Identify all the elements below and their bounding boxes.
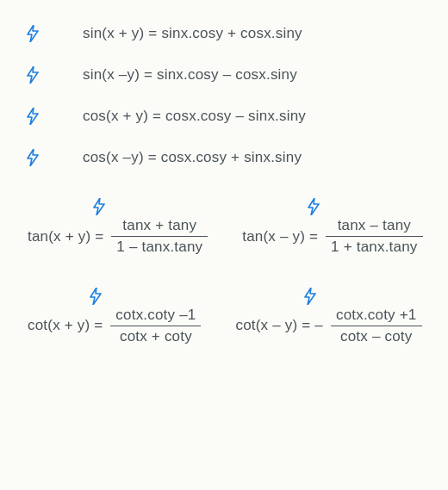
formula: sin(x + y) = sinx.cosy + cosx.siny bbox=[83, 25, 302, 42]
formula-row: sin(x –y) = sinx.cosy – cosx.siny bbox=[0, 57, 448, 93]
formula: tan(x + y) = tanx + tany1 – tanx.tany bbox=[28, 215, 211, 258]
fraction-numerator: cotx.coty +1 bbox=[331, 305, 422, 326]
formula-row: tan(x + y) = tanx + tany1 – tanx.tany bbox=[3, 198, 211, 258]
lightning-icon bbox=[87, 288, 104, 305]
formula-row: cos(x + y) = cosx.cosy – sinx.siny bbox=[0, 98, 448, 134]
formula: sin(x –y) = sinx.cosy – cosx.siny bbox=[83, 66, 297, 84]
formula-row: cos(x –y) = cosx.cosy + sinx.siny bbox=[0, 140, 448, 176]
fraction-denominator: 1 – tanx.tany bbox=[111, 237, 208, 257]
lightning-icon bbox=[24, 25, 41, 42]
fraction: cotx.coty –1cotx + coty bbox=[110, 305, 201, 348]
fraction: tanx – tany1 + tanx.tany bbox=[326, 215, 422, 258]
formula-lhs: cot(x + y) = bbox=[28, 317, 107, 334]
formula: cot(x – y) = – cotx.coty +1cotx – coty bbox=[235, 305, 425, 348]
formula-list: sin(x + y) = sinx.cosy + cosx.sinysin(x … bbox=[0, 0, 448, 379]
formula-lhs: tan(x + y) = bbox=[28, 228, 108, 245]
fraction-denominator: 1 + tanx.tany bbox=[326, 237, 422, 257]
lightning-icon bbox=[305, 198, 322, 215]
lightning-icon bbox=[302, 288, 319, 305]
lightning-icon bbox=[90, 198, 108, 215]
fraction-numerator: tanx + tany bbox=[117, 215, 202, 236]
lightning-icon bbox=[24, 108, 41, 125]
fraction-denominator: cotx – coty bbox=[335, 326, 417, 347]
formula-row: cot(x + y) = cotx.coty –1cotx + coty bbox=[3, 288, 204, 348]
formula-row: sin(x + y) = sinx.cosy + cosx.siny bbox=[0, 16, 448, 52]
fraction-denominator: cotx + coty bbox=[115, 326, 197, 347]
lightning-icon bbox=[24, 66, 41, 84]
fraction-numerator: cotx.coty –1 bbox=[110, 305, 201, 326]
formula: cos(x + y) = cosx.cosy – sinx.siny bbox=[83, 108, 306, 125]
formula-lhs: cot(x – y) = – bbox=[235, 317, 327, 334]
formula-text: sin(x –y) = sinx.cosy – cosx.siny bbox=[83, 66, 297, 84]
formula-text: cos(x + y) = cosx.cosy – sinx.siny bbox=[83, 108, 306, 125]
lightning-icon bbox=[24, 149, 41, 166]
fraction: cotx.coty +1cotx – coty bbox=[331, 305, 422, 348]
formula-text: sin(x + y) = sinx.cosy + cosx.siny bbox=[83, 25, 302, 42]
formula: tan(x – y) = tanx – tany1 + tanx.tany bbox=[242, 215, 426, 258]
formula-lhs: tan(x – y) = bbox=[242, 228, 322, 245]
fraction: tanx + tany1 – tanx.tany bbox=[111, 215, 208, 258]
formula-row: cot(x – y) = – cotx.coty +1cotx – coty bbox=[211, 288, 425, 348]
formula: cot(x + y) = cotx.coty –1cotx + coty bbox=[28, 305, 204, 348]
formula-text: cos(x –y) = cosx.cosy + sinx.siny bbox=[83, 149, 302, 166]
fraction-numerator: tanx – tany bbox=[333, 215, 416, 236]
formula: cos(x –y) = cosx.cosy + sinx.siny bbox=[83, 149, 302, 166]
formula-row: tan(x – y) = tanx – tany1 + tanx.tany bbox=[218, 198, 426, 258]
